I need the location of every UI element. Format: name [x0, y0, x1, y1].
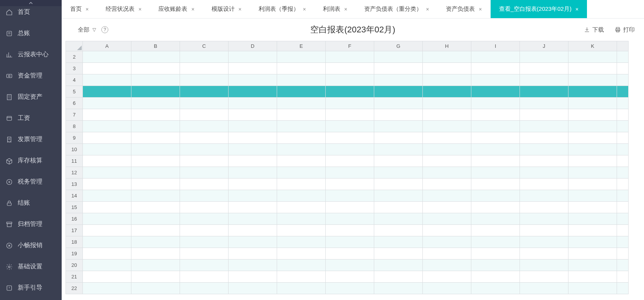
- cell-I10[interactable]: [471, 144, 520, 155]
- cell-C11[interactable]: [180, 155, 229, 167]
- column-header-I[interactable]: I: [471, 41, 520, 51]
- close-icon[interactable]: ×: [426, 6, 429, 12]
- cell-H20[interactable]: [423, 260, 471, 271]
- cell-H5[interactable]: [423, 86, 471, 98]
- cell-F22[interactable]: [326, 283, 374, 294]
- cell-K7[interactable]: [568, 109, 617, 121]
- column-header-H[interactable]: H: [423, 41, 471, 51]
- cell-B2[interactable]: [131, 51, 180, 63]
- cell-extra-6[interactable]: [617, 98, 629, 109]
- cell-H12[interactable]: [423, 167, 471, 179]
- cell-J12[interactable]: [520, 167, 568, 179]
- print-button[interactable]: 打印: [615, 26, 635, 34]
- cell-A14[interactable]: [83, 190, 131, 202]
- column-header-J[interactable]: J: [520, 41, 568, 51]
- sidebar-item-tax[interactable]: 税务管理: [0, 171, 62, 192]
- sheet-corner[interactable]: [66, 41, 83, 51]
- cell-G7[interactable]: [374, 109, 423, 121]
- cell-K9[interactable]: [568, 132, 617, 144]
- cell-J2[interactable]: [520, 51, 568, 63]
- cell-extra-5[interactable]: [617, 86, 629, 98]
- row-header-16[interactable]: 16: [66, 213, 83, 225]
- row-header-20[interactable]: 20: [66, 260, 83, 271]
- cell-E13[interactable]: [277, 179, 326, 190]
- cell-I21[interactable]: [471, 271, 520, 283]
- cell-K22[interactable]: [568, 283, 617, 294]
- cell-C17[interactable]: [180, 225, 229, 236]
- cell-K17[interactable]: [568, 225, 617, 236]
- row-header-22[interactable]: 22: [66, 283, 83, 294]
- cell-extra-15[interactable]: [617, 202, 629, 213]
- cell-D2[interactable]: [229, 51, 277, 63]
- cell-J16[interactable]: [520, 213, 568, 225]
- sidebar-item-inventory[interactable]: 库存核算: [0, 150, 62, 171]
- close-icon[interactable]: ×: [575, 6, 578, 12]
- cell-C2[interactable]: [180, 51, 229, 63]
- row-header-8[interactable]: 8: [66, 121, 83, 132]
- cell-F10[interactable]: [326, 144, 374, 155]
- cell-G10[interactable]: [374, 144, 423, 155]
- cell-H2[interactable]: [423, 51, 471, 63]
- cell-F14[interactable]: [326, 190, 374, 202]
- cell-A3[interactable]: [83, 63, 131, 74]
- sidebar-item-close-account[interactable]: 结账: [0, 192, 62, 214]
- cell-K20[interactable]: [568, 260, 617, 271]
- sidebar-item-ledger[interactable]: 总账: [0, 23, 62, 44]
- cell-I3[interactable]: [471, 63, 520, 74]
- cell-A5[interactable]: [83, 86, 131, 98]
- cell-B7[interactable]: [131, 109, 180, 121]
- cell-extra-16[interactable]: [617, 213, 629, 225]
- cell-E10[interactable]: [277, 144, 326, 155]
- cell-D16[interactable]: [229, 213, 277, 225]
- row-header-13[interactable]: 13: [66, 179, 83, 190]
- cell-extra-13[interactable]: [617, 179, 629, 190]
- cell-A7[interactable]: [83, 109, 131, 121]
- cell-B17[interactable]: [131, 225, 180, 236]
- help-icon[interactable]: ?: [101, 26, 108, 33]
- cell-A8[interactable]: [83, 121, 131, 132]
- cell-F3[interactable]: [326, 63, 374, 74]
- cell-H18[interactable]: [423, 236, 471, 248]
- row-header-17[interactable]: 17: [66, 225, 83, 236]
- cell-K19[interactable]: [568, 248, 617, 260]
- cell-B19[interactable]: [131, 248, 180, 260]
- cell-F5[interactable]: [326, 86, 374, 98]
- cell-I14[interactable]: [471, 190, 520, 202]
- cell-H13[interactable]: [423, 179, 471, 190]
- cell-F12[interactable]: [326, 167, 374, 179]
- cell-B12[interactable]: [131, 167, 180, 179]
- sidebar-item-funds[interactable]: 资金管理: [0, 65, 62, 86]
- cell-B20[interactable]: [131, 260, 180, 271]
- cell-B22[interactable]: [131, 283, 180, 294]
- cell-A18[interactable]: [83, 236, 131, 248]
- cell-extra-12[interactable]: [617, 167, 629, 179]
- cell-I20[interactable]: [471, 260, 520, 271]
- cell-A21[interactable]: [83, 271, 131, 283]
- cell-K14[interactable]: [568, 190, 617, 202]
- cell-A9[interactable]: [83, 132, 131, 144]
- cell-H6[interactable]: [423, 98, 471, 109]
- row-header-6[interactable]: 6: [66, 98, 83, 109]
- cell-G2[interactable]: [374, 51, 423, 63]
- cell-G12[interactable]: [374, 167, 423, 179]
- cell-D4[interactable]: [229, 74, 277, 86]
- cell-G8[interactable]: [374, 121, 423, 132]
- cell-J10[interactable]: [520, 144, 568, 155]
- cell-F7[interactable]: [326, 109, 374, 121]
- cell-J11[interactable]: [520, 155, 568, 167]
- cell-K8[interactable]: [568, 121, 617, 132]
- cell-F6[interactable]: [326, 98, 374, 109]
- cell-J21[interactable]: [520, 271, 568, 283]
- cell-G20[interactable]: [374, 260, 423, 271]
- cell-G5[interactable]: [374, 86, 423, 98]
- cell-E22[interactable]: [277, 283, 326, 294]
- cell-C9[interactable]: [180, 132, 229, 144]
- cell-F8[interactable]: [326, 121, 374, 132]
- column-header-G[interactable]: G: [374, 41, 423, 51]
- cell-J4[interactable]: [520, 74, 568, 86]
- cell-C15[interactable]: [180, 202, 229, 213]
- cell-K3[interactable]: [568, 63, 617, 74]
- cell-E20[interactable]: [277, 260, 326, 271]
- sidebar-item-guide[interactable]: 新手引导: [0, 277, 62, 298]
- cell-E12[interactable]: [277, 167, 326, 179]
